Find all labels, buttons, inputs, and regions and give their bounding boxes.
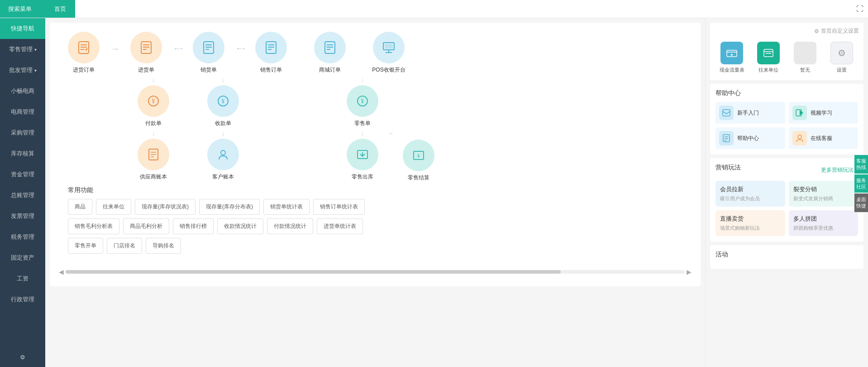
func-btn-sales-stat[interactable]: 销货单统计表 <box>263 199 310 215</box>
search-menu[interactable]: 搜索菜单 <box>0 0 45 18</box>
marketing-card-live[interactable]: 直播卖货 场景式购物新玩法 <box>715 210 785 236</box>
help-item-helpcenter[interactable]: 帮助中心 <box>715 127 785 149</box>
gear-icon[interactable]: ⚙ <box>0 348 45 367</box>
marketing-card-group[interactable]: 多人拼团 拼团购物享受优惠 <box>789 210 858 236</box>
side-btn-desktop[interactable]: 桌面快捷 <box>854 193 868 212</box>
scroll-bar: ◀ ▶ <box>59 266 692 277</box>
quick-icon-empty: 暂无 <box>790 42 820 73</box>
sidebar-item-assets[interactable]: 固定资产 <box>0 247 45 268</box>
flow-row-2: ↓ ¥ 付款单 ↓ ¥ <box>59 76 692 127</box>
customize-setting[interactable]: ⚙ 首页自定义设置 <box>715 27 859 35</box>
flow-node-supplier-ledger[interactable]: 供应商账本 <box>129 139 178 181</box>
sidebar-item-tax[interactable]: 税务管理 <box>0 227 45 247</box>
flow-node-pos[interactable]: POS收银开台 <box>364 32 414 74</box>
customize-label: 首页自定义设置 <box>821 27 859 35</box>
func-btn-sales-rank[interactable]: 销售排行榜 <box>173 218 214 234</box>
common-functions: 常用功能 商品 往来单位 现存量(库存状况表) 现存量(库存分布表) 销货单统计… <box>59 186 692 266</box>
side-btn-community[interactable]: 服务社区 <box>854 174 868 193</box>
svg-point-34 <box>221 150 225 155</box>
flow-node-retail-out[interactable]: 零售出库 <box>338 139 387 181</box>
help-center-title: 帮助中心 <box>715 89 858 97</box>
sidebar-item-payroll[interactable]: 工资 <box>0 268 45 289</box>
sidebar-item-purchase[interactable]: 采购管理 <box>0 122 45 143</box>
settings-gear-icon: ⚙ <box>838 48 846 58</box>
sidebar-item-admin[interactable]: 行政管理 <box>0 289 45 310</box>
scroll-track[interactable] <box>66 270 685 274</box>
func-row-2: 销售毛利分析表 商品毛利分析 销售排行榜 收款情况统计 付款情况统计 进货单统计… <box>68 218 682 234</box>
sidebar-item-finance[interactable]: 资金管理 <box>0 164 45 185</box>
scroll-right-arrow[interactable]: ▶ <box>687 268 692 275</box>
down-arrow-customer: ↓ <box>222 130 225 137</box>
func-btn-goods-profit[interactable]: 商品毛利分析 <box>123 218 169 234</box>
flow-node-sales-order[interactable]: 销售订单 <box>246 32 296 74</box>
func-btn-retail-order[interactable]: 零售开单 <box>68 238 103 254</box>
sidebar-item-wholesale[interactable]: 批发管理 ▾ <box>0 60 45 81</box>
top-bar: 搜索菜单 首页 ⛶ <box>0 0 868 18</box>
func-btn-receipt-stat[interactable]: 收款情况统计 <box>217 218 263 234</box>
flow-node-retail-settlement[interactable]: ¥ 零售结算 <box>394 140 444 182</box>
svg-rect-23 <box>385 44 393 48</box>
down-arrow-supplier: ↓ <box>152 130 155 137</box>
sidebar-item-retail[interactable]: 零售管理 ▾ <box>0 39 45 60</box>
help-item-video[interactable]: 视频学习 <box>789 102 858 124</box>
help-item-beginner[interactable]: 新手入门 <box>715 102 785 124</box>
func-row-3: 零售开单 门店排名 导购排名 <box>68 238 682 254</box>
help-grid: 新手入门 视频学习 帮助中心 <box>715 102 858 149</box>
svg-text:¥: ¥ <box>361 98 364 105</box>
help-item-online-service[interactable]: 在线客服 <box>789 127 858 149</box>
sidebar-item-invoice[interactable]: 发票管理 <box>0 206 45 227</box>
marketing-section: 营销玩法 更多营销玩法 > 会员拉新 吸引用户成为会员 裂变分销 裂变式发展分销… <box>710 158 863 241</box>
flow-node-purchase-order[interactable]: 进货订单 <box>59 32 109 74</box>
sidebar-item-ecommerce-mgmt[interactable]: 电商管理 <box>0 101 45 122</box>
dashed-arrow-2: ←- <box>235 44 244 53</box>
func-btn-payment-stat[interactable]: 付款情况统计 <box>267 218 313 234</box>
marketing-card-member[interactable]: 会员拉新 吸引用户成为会员 <box>715 181 785 207</box>
right-top-card: ⚙ 首页自定义设置 现金流量表 往来单位 <box>710 23 863 80</box>
func-btn-store-rank[interactable]: 门店排名 <box>107 238 142 254</box>
svg-rect-45 <box>723 110 730 116</box>
expand-button[interactable]: ⛶ <box>856 5 863 13</box>
quick-icon-partners[interactable]: 往来单位 <box>754 42 783 73</box>
quick-icon-settings[interactable]: ⚙ 设置 <box>827 42 857 73</box>
sidebar-item-ecommerce-small[interactable]: 小畅电商 <box>0 81 45 101</box>
sidebar: 快捷导航 零售管理 ▾ 批发管理 ▾ 小畅电商 电商管理 采购管理 库存核算 资… <box>0 18 45 367</box>
func-btn-sales-profit[interactable]: 销售毛利分析表 <box>68 218 119 234</box>
flow-node-payment[interactable]: ¥ 付款单 <box>129 85 178 127</box>
flow-node-mall-order[interactable]: 商城订单 <box>305 32 355 74</box>
flow-node-sales[interactable]: 销货单 <box>184 32 234 74</box>
func-btn-goods[interactable]: 商品 <box>68 199 92 215</box>
func-btn-guide-rank[interactable]: 导购排名 <box>146 238 181 254</box>
down-arrow-receipt: ↓ <box>222 76 225 83</box>
down-arrow-retail-out: ↓ <box>361 130 364 137</box>
sidebar-item-inventory[interactable]: 库存核算 <box>0 143 45 164</box>
down-arrow-retail: ↓ <box>361 76 364 83</box>
sidebar-item-quick-nav[interactable]: 快捷导航 <box>0 18 45 39</box>
side-buttons: 客服热线 服务社区 桌面快捷 <box>854 155 868 212</box>
gear-icon-small: ⚙ <box>814 28 819 34</box>
quick-icon-cashflow[interactable]: 现金流量表 <box>717 42 747 73</box>
func-btn-inventory-dist[interactable]: 现存量(库存分布表) <box>199 199 260 215</box>
svg-text:¥: ¥ <box>222 98 225 105</box>
func-btn-sales-order-stat[interactable]: 销售订单统计表 <box>313 199 365 215</box>
flow-node-receipt[interactable]: ¥ 收款单 <box>198 85 248 127</box>
flow-node-retail-bill[interactable]: ¥ 零售单 <box>338 85 387 127</box>
svg-text:¥: ¥ <box>417 153 420 159</box>
more-marketing-link[interactable]: 更多营销玩法 > <box>821 166 858 174</box>
func-btn-partners[interactable]: 往来单位 <box>96 199 131 215</box>
chevron-down-icon: ▾ <box>34 68 37 73</box>
scroll-left-arrow[interactable]: ◀ <box>59 268 64 275</box>
help-center: 帮助中心 新手入门 视频学习 <box>710 84 863 155</box>
func-btn-purchase-stat[interactable]: 进货单统计表 <box>317 218 363 234</box>
marketing-card-fission[interactable]: 裂变分销 裂变式发展分销商 <box>789 181 858 207</box>
flow-node-customer-ledger[interactable]: 客户账本 <box>198 139 248 181</box>
marketing-grid: 会员拉新 吸引用户成为会员 裂变分销 裂变式发展分销商 直播卖货 场景式购物新玩… <box>715 181 858 236</box>
sidebar-item-ledger[interactable]: 总账管理 <box>0 185 45 206</box>
arrow-right-1: → <box>110 43 119 54</box>
func-row-1: 商品 往来单位 现存量(库存状况表) 现存量(库存分布表) 销货单统计表 销售订… <box>68 199 682 215</box>
sidebar-bottom: ⚙ <box>0 348 45 367</box>
main-panel: 进货订单 → 进货单 ←- <box>45 18 705 367</box>
func-btn-inventory-status[interactable]: 现存量(库存状况表) <box>135 199 196 215</box>
home-tab[interactable]: 首页 <box>45 0 75 18</box>
flow-node-purchase[interactable]: 进货单 <box>121 32 171 74</box>
side-btn-service[interactable]: 客服热线 <box>854 155 868 174</box>
